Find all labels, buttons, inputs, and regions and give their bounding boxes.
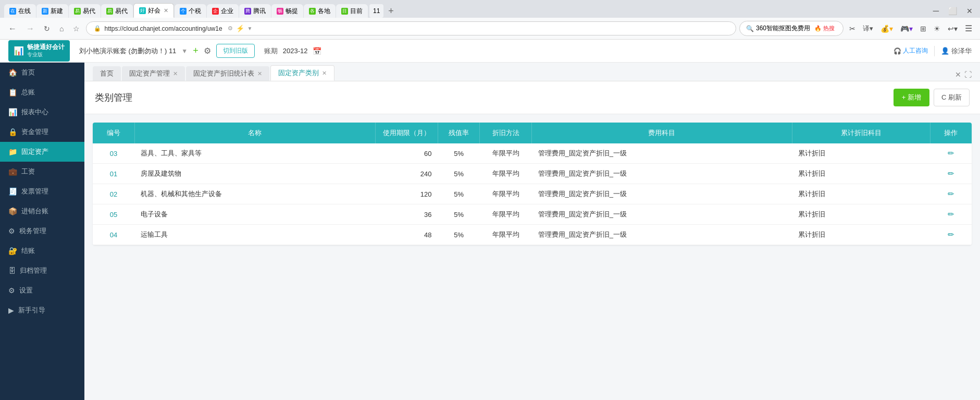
cell-method: 年限平均	[480, 164, 532, 184]
ledger-icon: 📋	[8, 88, 17, 96]
col-expense: 费用科目	[532, 123, 792, 143]
app-tab-fixed-asset-mgmt[interactable]: 固定资产管理 ✕	[122, 66, 185, 81]
url-dropdown-icon[interactable]: ▼	[247, 26, 253, 31]
sidebar-item-home[interactable]: 🏠 首页	[0, 63, 84, 82]
sidebar-item-close[interactable]: 🔐 结账	[0, 241, 84, 261]
settings-btn[interactable]: ⚙	[204, 46, 211, 56]
browser-tab-7[interactable]: 企 企业	[207, 4, 239, 18]
calendar-icon-btn[interactable]: 📅	[313, 47, 321, 55]
col-method: 折旧方法	[480, 123, 532, 143]
browser-tab-3[interactable]: 易 易代	[69, 4, 101, 18]
cell-expense: 管理费用_固定资产折旧_一级	[532, 225, 792, 245]
history-back-btn[interactable]: ↩▾	[945, 23, 960, 34]
sidebar-item-invoice[interactable]: 🧾 发票管理	[0, 181, 84, 201]
browser-tab-4[interactable]: 易 易代	[101, 4, 133, 18]
add-account-btn[interactable]: +	[193, 45, 199, 56]
edit-btn-row5[interactable]: ✏	[948, 230, 954, 239]
tab-label-1: 在线	[18, 7, 31, 16]
sidebar-item-archive[interactable]: 🗄 归档管理	[0, 261, 84, 281]
grid-btn[interactable]: ⊞	[917, 23, 929, 34]
browser-tab-8[interactable]: 腾 腾讯	[239, 4, 271, 18]
tab-label-10: 各地	[318, 7, 330, 16]
user-profile[interactable]: 👤 徐泽华	[941, 46, 972, 56]
edit-btn-row1[interactable]: ✏	[948, 149, 954, 158]
refresh-button[interactable]: C 刷新	[934, 89, 970, 106]
table-container: 编号 名称 使用期限（月） 残值率 折旧方法 费用科目 累计折旧科目 操作	[84, 114, 980, 253]
home-browser-button[interactable]: ⌂	[56, 23, 67, 34]
edit-btn-row3[interactable]: ✏	[948, 189, 954, 199]
forward-button[interactable]: →	[23, 23, 38, 34]
scissor-icon-btn[interactable]: ✂	[847, 23, 858, 34]
browser-tab-1[interactable]: 在 在线	[4, 4, 36, 18]
tab-close-5[interactable]: ✕	[164, 7, 168, 14]
cell-period: 36	[376, 204, 438, 225]
browser-menu-btn[interactable]: ☰	[962, 22, 975, 34]
browser-menu-icon[interactable]: ⚙	[228, 25, 233, 32]
switch-version-btn[interactable]: 切到旧版	[216, 44, 255, 58]
cell-expense: 管理费用_固定资产折旧_一级	[532, 204, 792, 225]
fund-icon: 🔒	[8, 128, 17, 136]
page-header: 类别管理 + 新增 C 刷新	[84, 81, 980, 114]
browser-tab-5[interactable]: 好 好会 ✕	[133, 3, 174, 18]
bookmark-button[interactable]: ☆	[70, 23, 83, 34]
cell-accumulated: 累计折旧	[792, 184, 930, 204]
tab-close-depreciation[interactable]: ✕	[257, 70, 262, 77]
translate-btn[interactable]: 译▾	[860, 23, 876, 34]
browser-tab-10[interactable]: 各 各地	[304, 4, 336, 18]
sidebar-item-settings[interactable]: ⚙ 设置	[0, 281, 84, 300]
browser-toolbar: ✂ 译▾ 💰▾ 🎮▾ ⊞ ☀ ↩▾ ☰	[847, 22, 975, 34]
tab-close-category[interactable]: ✕	[322, 70, 327, 77]
address-bar[interactable]: 🔒 https://cloud.chanjet.com/accounting/u…	[86, 21, 736, 35]
hot-tag: 🔥 热搜	[814, 25, 835, 32]
cell-action: ✏	[930, 225, 972, 245]
window-close-button[interactable]: ✕	[963, 7, 976, 15]
service-button[interactable]: 🎧 人工咨询	[894, 46, 928, 55]
energy-icon: ⚡	[236, 25, 244, 32]
sidebar-item-purchase-sales[interactable]: 📦 进销台账	[0, 201, 84, 221]
edit-btn-row4[interactable]: ✏	[948, 210, 954, 219]
tab-label-7: 企业	[221, 7, 233, 16]
theme-btn[interactable]: ☀	[931, 23, 943, 34]
browser-tab-9[interactable]: 畅 畅提	[271, 4, 303, 18]
window-max-button[interactable]: ⬜	[945, 7, 960, 15]
cell-code: 02	[93, 184, 134, 204]
search-bar[interactable]: 🔍 360智能抠图免费用 🔥 热搜	[739, 21, 843, 36]
cell-action: ✏	[930, 204, 972, 225]
app-tab-depreciation[interactable]: 固定资产折旧统计表 ✕	[186, 66, 269, 81]
browser-tab-2[interactable]: 新 新建	[36, 4, 68, 18]
sidebar-item-tax[interactable]: ⚙ 税务管理	[0, 221, 84, 241]
account-dropdown-btn[interactable]: ▼	[181, 47, 188, 55]
sidebar-item-reports[interactable]: 📊 报表中心	[0, 102, 84, 122]
wallet-btn[interactable]: 💰▾	[878, 23, 896, 34]
url-text: https://cloud.chanjet.com/accounting/uw1…	[104, 25, 222, 32]
browser-tab-11[interactable]: 目 目前	[336, 4, 368, 18]
tab-count-badge[interactable]: 11	[369, 4, 383, 18]
expand-btn[interactable]: ⛶	[964, 70, 972, 79]
add-button[interactable]: + 新增	[894, 89, 929, 106]
back-button[interactable]: ←	[5, 23, 20, 34]
window-min-button[interactable]: ─	[930, 6, 942, 16]
cell-expense: 管理费用_固定资产折旧_一级	[532, 143, 792, 164]
cell-name: 运输工具	[134, 225, 376, 245]
tab-close-mgmt[interactable]: ✕	[173, 70, 178, 77]
tab-label-6: 个税	[189, 7, 201, 16]
col-residual: 残值率	[438, 123, 480, 143]
cell-method: 年限平均	[480, 184, 532, 204]
cell-method: 年限平均	[480, 204, 532, 225]
cell-period: 240	[376, 164, 438, 184]
sidebar-item-payroll[interactable]: 💼 工资	[0, 162, 84, 181]
new-tab-button[interactable]: +	[384, 4, 398, 18]
reload-button[interactable]: ↻	[41, 23, 53, 34]
sidebar-item-fund[interactable]: 🔒 资金管理	[0, 122, 84, 142]
app-logo: 📊 畅捷通好会计 专业版	[8, 40, 70, 61]
app-tab-home[interactable]: 首页	[93, 66, 121, 81]
sidebar-item-guide[interactable]: ▶ 新手引导	[0, 300, 84, 320]
edit-btn-row2[interactable]: ✏	[948, 169, 954, 178]
sidebar-item-ledger[interactable]: 📋 总账	[0, 82, 84, 102]
app-tab-category[interactable]: 固定资产类别 ✕	[270, 65, 334, 81]
sidebar-item-fixed-assets[interactable]: 📁 固定资产	[0, 142, 84, 162]
browser-tab-6[interactable]: 个 个税	[175, 4, 206, 18]
close-tab-btn[interactable]: ✕	[955, 70, 961, 79]
game-btn[interactable]: 🎮▾	[898, 23, 915, 34]
table-row: 05 电子设备 36 5% 年限平均 管理费用_固定资产折旧_一级 累计折旧 ✏	[93, 204, 972, 225]
